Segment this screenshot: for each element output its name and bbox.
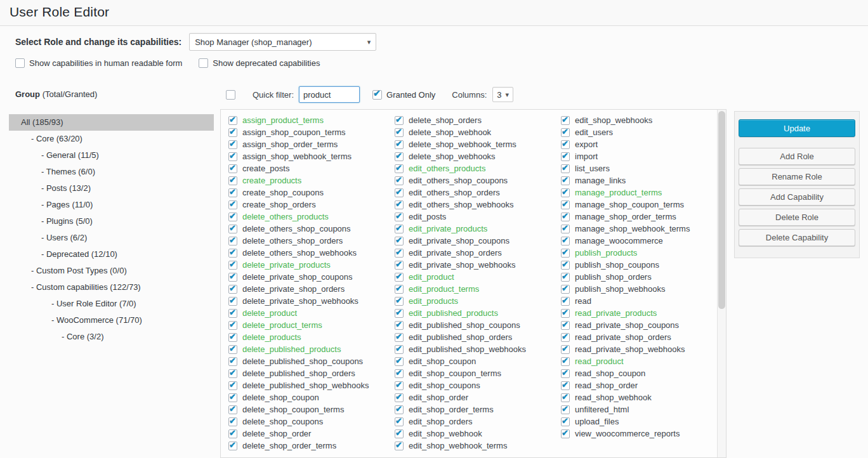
- capability-checkbox[interactable]: [561, 321, 570, 330]
- capability-checkbox[interactable]: [561, 116, 570, 125]
- delete-capability-button[interactable]: Delete Capability: [739, 229, 855, 246]
- capability-row[interactable]: delete_private_shop_orders: [228, 283, 395, 295]
- capability-row[interactable]: edit_private_shop_coupons: [395, 235, 561, 247]
- capability-checkbox[interactable]: [395, 285, 404, 294]
- tree-item[interactable]: - Posts (13/2): [9, 180, 214, 197]
- capability-checkbox[interactable]: [228, 140, 237, 149]
- capability-checkbox[interactable]: [228, 429, 237, 438]
- capability-row[interactable]: create_shop_orders: [228, 199, 395, 211]
- capability-checkbox[interactable]: [228, 188, 237, 197]
- capability-checkbox[interactable]: [228, 333, 237, 342]
- capability-checkbox[interactable]: [395, 405, 404, 414]
- capability-row[interactable]: manage_shop_coupon_terms: [561, 199, 716, 211]
- capability-row[interactable]: unfiltered_html: [561, 403, 716, 415]
- capability-checkbox[interactable]: [228, 176, 237, 185]
- capability-checkbox[interactable]: [561, 152, 570, 161]
- granted-only-option[interactable]: Granted Only: [372, 90, 435, 100]
- capability-checkbox[interactable]: [561, 369, 570, 378]
- capability-row[interactable]: assign_shop_webhook_terms: [228, 150, 395, 162]
- capability-row[interactable]: delete_others_shop_orders: [228, 235, 395, 247]
- tree-item[interactable]: - Pages (11/0): [9, 197, 214, 213]
- capability-checkbox[interactable]: [395, 213, 404, 221]
- capability-checkbox[interactable]: [561, 333, 570, 342]
- capability-row[interactable]: assign_product_terms: [228, 114, 395, 126]
- tree-item[interactable]: - Custom Post Types (0/0): [9, 263, 214, 279]
- capability-row[interactable]: edit_published_shop_coupons: [395, 319, 561, 331]
- checkbox-unchecked-icon[interactable]: [199, 58, 208, 68]
- capability-row[interactable]: edit_others_shop_orders: [395, 186, 561, 199]
- capability-row[interactable]: read_private_shop_webhooks: [561, 343, 716, 355]
- capability-checkbox[interactable]: [395, 140, 404, 149]
- capability-row[interactable]: edit_shop_coupon: [395, 355, 561, 367]
- capability-checkbox[interactable]: [395, 321, 404, 330]
- capability-row[interactable]: delete_products: [228, 331, 395, 343]
- capability-checkbox[interactable]: [561, 345, 570, 354]
- capability-checkbox[interactable]: [228, 345, 237, 354]
- tree-item[interactable]: - User Role Editor (7/0): [9, 296, 214, 312]
- tree-item[interactable]: - Plugins (5/0): [9, 213, 214, 230]
- rename-role-button[interactable]: Rename Role: [739, 168, 855, 185]
- capability-checkbox[interactable]: [561, 297, 570, 306]
- capability-row[interactable]: delete_shop_webhook: [395, 126, 561, 138]
- capability-checkbox[interactable]: [395, 237, 404, 245]
- capability-checkbox[interactable]: [561, 405, 570, 414]
- capability-checkbox[interactable]: [561, 273, 570, 282]
- capability-row[interactable]: delete_private_shop_webhooks: [228, 295, 395, 307]
- capability-checkbox[interactable]: [395, 261, 404, 270]
- update-button[interactable]: Update: [739, 119, 855, 137]
- capability-row[interactable]: edit_product: [395, 271, 561, 283]
- capability-checkbox[interactable]: [228, 152, 237, 161]
- capability-row[interactable]: delete_shop_order_terms: [228, 440, 395, 452]
- tree-item[interactable]: All (185/93): [9, 114, 214, 131]
- capability-checkbox[interactable]: [395, 164, 404, 173]
- capability-row[interactable]: import: [561, 150, 716, 162]
- capability-checkbox[interactable]: [395, 297, 404, 306]
- capability-checkbox[interactable]: [561, 213, 570, 221]
- capability-checkbox[interactable]: [561, 164, 570, 173]
- capability-checkbox[interactable]: [395, 393, 404, 402]
- capability-row[interactable]: publish_shop_orders: [561, 271, 716, 283]
- capability-checkbox[interactable]: [228, 225, 237, 233]
- columns-select[interactable]: 3 ▾: [492, 87, 513, 102]
- capability-row[interactable]: manage_product_terms: [561, 186, 716, 199]
- capability-row[interactable]: edit_private_products: [395, 223, 561, 235]
- capability-checkbox[interactable]: [228, 237, 237, 245]
- capability-row[interactable]: delete_shop_webhook_terms: [395, 138, 561, 150]
- capability-checkbox[interactable]: [395, 200, 404, 209]
- capability-checkbox[interactable]: [561, 140, 570, 149]
- tree-item[interactable]: - Themes (6/0): [9, 164, 214, 180]
- capability-checkbox[interactable]: [228, 393, 237, 402]
- capability-row[interactable]: edit_others_shop_webhooks: [395, 199, 561, 211]
- select-all-checkbox[interactable]: [226, 90, 235, 100]
- capability-checkbox[interactable]: [395, 188, 404, 197]
- capability-checkbox[interactable]: [228, 213, 237, 221]
- capability-checkbox[interactable]: [395, 249, 404, 258]
- capability-checkbox[interactable]: [561, 285, 570, 294]
- capability-row[interactable]: delete_shop_webhooks: [395, 150, 561, 162]
- capability-row[interactable]: read: [561, 295, 716, 307]
- capability-checkbox[interactable]: [228, 309, 237, 318]
- capability-row[interactable]: manage_shop_order_terms: [561, 211, 716, 223]
- capability-checkbox[interactable]: [395, 333, 404, 342]
- capability-row[interactable]: delete_published_shop_webhooks: [228, 379, 395, 391]
- capability-row[interactable]: edit_shop_webhook: [395, 428, 561, 440]
- add-capability-button[interactable]: Add Capability: [739, 188, 855, 206]
- capability-checkbox[interactable]: [228, 200, 237, 209]
- capability-row[interactable]: view_woocommerce_reports: [561, 428, 716, 440]
- capability-checkbox[interactable]: [395, 369, 404, 378]
- capability-row[interactable]: delete_published_products: [228, 343, 395, 355]
- capability-row[interactable]: edit_others_shop_coupons: [395, 174, 561, 186]
- add-role-button[interactable]: Add Role: [739, 148, 855, 165]
- capability-row[interactable]: create_posts: [228, 162, 395, 174]
- capability-checkbox[interactable]: [395, 116, 404, 125]
- tree-item[interactable]: - Core (3/2): [9, 329, 214, 345]
- capability-checkbox[interactable]: [395, 225, 404, 233]
- capability-checkbox[interactable]: [561, 176, 570, 185]
- capability-row[interactable]: assign_shop_coupon_terms: [228, 126, 395, 138]
- capability-checkbox[interactable]: [228, 297, 237, 306]
- capability-checkbox[interactable]: [228, 321, 237, 330]
- capability-row[interactable]: edit_product_terms: [395, 283, 561, 295]
- capability-row[interactable]: edit_posts: [395, 211, 561, 223]
- capability-checkbox[interactable]: [395, 357, 404, 366]
- capability-row[interactable]: edit_others_products: [395, 162, 561, 174]
